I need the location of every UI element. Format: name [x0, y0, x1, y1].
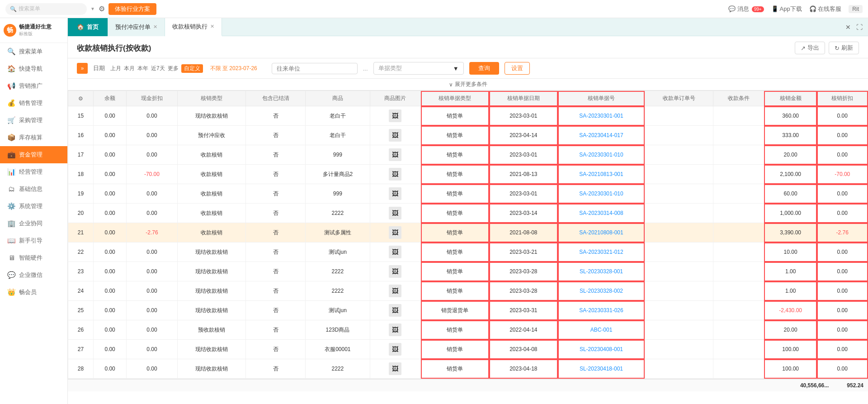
sidebar-item-purchase[interactable]: 🛒采购管理 — [0, 112, 67, 129]
cell-product: 测试多属性 — [305, 223, 370, 242]
doc-number-link[interactable]: SA-20230414-017 — [579, 132, 623, 138]
sidebar-item-inventory[interactable]: 📦库存核算 — [0, 129, 67, 146]
cell-no: 18 — [68, 165, 94, 184]
cell-balance: 0.00 — [93, 320, 126, 340]
cell-receipt-cond — [713, 165, 764, 184]
sidebar-item-system[interactable]: ⚙️系统管理 — [0, 198, 67, 215]
cell-product-img: 🖼 — [370, 145, 420, 165]
table-row: 22 0.00 0.00 现结收款核销 否 测试jun 🖼 销货单 2023-0… — [68, 242, 868, 262]
tab-fullscreen-btn[interactable]: ⛶ — [854, 22, 864, 33]
tab-writeoff[interactable]: 收款核销执行 ✕ — [165, 18, 222, 36]
cell-receipt-order — [645, 204, 713, 223]
filter-toggle-btn[interactable]: » — [77, 63, 88, 74]
sidebar-item-hardware[interactable]: 🖥智能硬件 — [0, 249, 67, 266]
date-link-prev-month[interactable]: 上月 — [110, 65, 121, 72]
doc-number-link[interactable]: SA-20230301-010 — [579, 152, 623, 158]
cell-doc-number[interactable]: SA-20210808-001 — [558, 223, 645, 242]
set-btn[interactable]: 设置 — [505, 62, 530, 75]
cell-include-settled: 否 — [246, 204, 306, 223]
gear-icon[interactable]: ⚙ — [99, 5, 105, 13]
date-link-this-month[interactable]: 本月 — [124, 65, 135, 72]
page-content: 收款核销执行(按收款) ↗ 导出 ↻ 刷新 » 日期 上月 — [68, 36, 868, 404]
cell-writeoff-amount: 3,390.00 — [764, 223, 817, 242]
tab-close-prepay[interactable]: ✕ — [153, 24, 157, 30]
tab-prepay[interactable]: 预付冲应付单 ✕ — [108, 18, 165, 36]
refresh-btn[interactable]: ↻ 刷新 — [829, 42, 859, 54]
sidebar-item-wechat[interactable]: 💬企业微信 — [0, 266, 67, 284]
cell-doc-number[interactable]: SA-20230331-026 — [558, 301, 645, 320]
date-link-more[interactable]: 更多 — [168, 65, 179, 72]
cell-product: 2222 — [305, 281, 370, 301]
doc-number-link[interactable]: SA-20230301-010 — [579, 190, 623, 197]
sidebar-item-guide[interactable]: 📖新手引导 — [0, 232, 67, 249]
export-btn[interactable]: ↗ 导出 — [795, 42, 825, 54]
doc-number-link[interactable]: SA-20230331-026 — [579, 307, 623, 314]
cell-balance: 0.00 — [93, 145, 126, 165]
sidebar-item-sales[interactable]: 💰销售管理 — [0, 95, 67, 112]
cell-receipt-cond — [713, 301, 764, 320]
sidebar-item-basic[interactable]: 🗂基础信息 — [0, 181, 67, 198]
industry-btn[interactable]: 体验行业方案 — [108, 3, 156, 15]
cell-doc-number[interactable]: SA-20230314-008 — [558, 204, 645, 223]
doc-number-link[interactable]: SA-20210808-001 — [579, 229, 623, 236]
search-bar[interactable]: 🔍 搜索菜单 — [5, 3, 87, 15]
doc-number-link[interactable]: SA-20230301-001 — [579, 113, 623, 119]
sidebar-item-enterprise[interactable]: 🏢企业协同 — [0, 215, 67, 232]
dropdown-icon[interactable]: ▼ — [90, 6, 95, 11]
sidebar-item-label: 搜索菜单 — [19, 48, 42, 56]
message-item[interactable]: 💬 消息 99+ — [728, 5, 764, 13]
col-gear[interactable]: ⚙ — [68, 91, 94, 106]
date-custom-btn[interactable]: 自定义 — [181, 64, 203, 73]
doc-number-link[interactable]: SA-20210813-001 — [579, 171, 623, 177]
cell-doc-number[interactable]: SL-20230328-001 — [558, 262, 645, 281]
doc-number-link[interactable]: SA-20230314-008 — [579, 210, 623, 216]
sidebar-item-marketing[interactable]: 📢营销推广 — [0, 77, 67, 95]
date-link-7days[interactable]: 近7天 — [151, 65, 165, 72]
cell-receipt-order — [645, 359, 713, 379]
cell-doc-number[interactable]: SL-20230408-001 — [558, 340, 645, 359]
cell-doc-number[interactable]: SL-20230418-001 — [558, 359, 645, 379]
sidebar-item-search[interactable]: 🔍搜索菜单 — [0, 43, 67, 60]
cell-doc-number[interactable]: SA-20230301-010 — [558, 184, 645, 204]
cell-writeoff-discount: 0.00 — [817, 106, 868, 126]
cell-include-settled: 否 — [246, 262, 306, 281]
sidebar-item-member[interactable]: 👑畅会员 — [0, 284, 67, 301]
sidebar-item-operation[interactable]: 📊经营管理 — [0, 163, 67, 181]
cell-include-settled: 否 — [246, 340, 306, 359]
tab-close-writeoff[interactable]: ✕ — [210, 24, 214, 29]
cell-doc-number[interactable]: SA-20230321-012 — [558, 242, 645, 262]
cell-product: 老白干 — [305, 106, 370, 126]
doc-number-link[interactable]: SL-20230418-001 — [580, 366, 623, 372]
doc-number-link[interactable]: ABC-001 — [590, 327, 613, 333]
doc-number-link[interactable]: SA-20230321-012 — [579, 249, 623, 255]
single-type-select[interactable]: 单据类型 ▼ — [373, 62, 464, 75]
table-row: 15 0.00 0.00 现结收款核销 否 老白干 🖼 销货单 2023-03-… — [68, 106, 868, 126]
doc-number-link[interactable]: SL-20230328-001 — [580, 268, 623, 275]
date-link-this-year[interactable]: 本年 — [137, 65, 148, 72]
cell-doc-number[interactable]: SA-20230414-017 — [558, 126, 645, 145]
online-service[interactable]: 🎧 在线客服 — [809, 5, 842, 13]
tab-close-btn[interactable]: ✕ — [844, 22, 853, 33]
col-doc-type: 核销单据类型 — [421, 91, 489, 106]
cell-doc-number[interactable]: SA-20210813-001 — [558, 165, 645, 184]
cell-cash-discount: 0.00 — [127, 359, 177, 379]
cell-doc-number[interactable]: SL-20230328-002 — [558, 281, 645, 301]
table-row: 28 0.00 0.00 现结收款核销 否 2222 🖼 销货单 2023-04… — [68, 359, 868, 379]
query-btn[interactable]: 查询 — [469, 62, 499, 75]
user-menu[interactable]: Rit — [849, 5, 863, 13]
cell-doc-number[interactable]: ABC-001 — [558, 320, 645, 340]
expand-more-btn[interactable]: ∨ 展开更多条件 — [449, 81, 487, 88]
app-download[interactable]: 📱 App下载 — [771, 5, 802, 13]
cell-no: 19 — [68, 184, 94, 204]
search-icon: 🔍 — [10, 6, 17, 12]
sidebar-item-finance[interactable]: 💼资金管理 — [0, 146, 67, 163]
doc-number-link[interactable]: SL-20230408-001 — [580, 346, 623, 352]
cell-balance: 0.00 — [93, 184, 126, 204]
doc-number-link[interactable]: SL-20230328-002 — [580, 288, 623, 294]
sidebar-item-shortcut[interactable]: 🏠快捷导航 — [0, 60, 67, 77]
cell-doc-number[interactable]: SA-20230301-010 — [558, 145, 645, 165]
cell-doc-number[interactable]: SA-20230301-001 — [558, 106, 645, 126]
from-unit-input[interactable] — [272, 63, 358, 74]
tab-home[interactable]: 🏠 首页 — [68, 18, 108, 36]
cell-writeoff-amount: 1.00 — [764, 281, 817, 301]
